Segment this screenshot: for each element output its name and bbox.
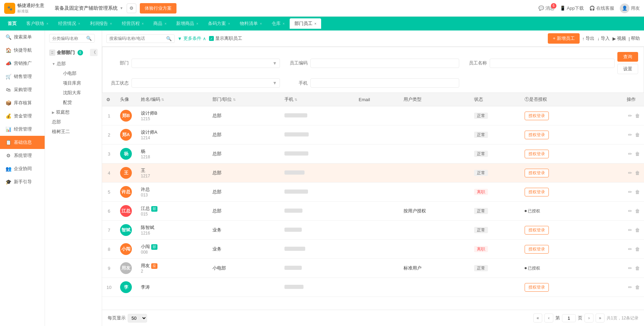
close-icon[interactable]: × — [78, 22, 80, 26]
sidebar-item-basic[interactable]: 📋 基础信息 — [0, 136, 45, 149]
th-name[interactable]: 姓名/编码 ⇅ — [137, 93, 208, 106]
edit-icon[interactable]: ✏ — [628, 265, 632, 271]
sidebar-item-guide[interactable]: 🎓 新手引导 — [0, 175, 45, 188]
edit-icon[interactable]: ✏ — [628, 189, 632, 195]
sidebar-item-sales[interactable]: 🛒 销售管理 — [0, 70, 45, 83]
show-resigned-checkbox[interactable]: ✓ 显示离职员工 — [209, 35, 242, 42]
tab-department[interactable]: 部门员工 × — [290, 18, 321, 29]
page-input[interactable] — [562, 314, 576, 322]
system-dropdown-icon[interactable]: ▼ — [120, 6, 123, 10]
tab-operation[interactable]: 经营情况 × — [53, 18, 85, 29]
dept-leaf-peihe[interactable]: 配货 — [55, 98, 102, 107]
help-button[interactable]: | 帮助 — [629, 35, 640, 42]
dept-leaf-xiaodian[interactable]: 小电部 — [55, 69, 102, 78]
delete-icon[interactable]: 🗑 — [635, 113, 640, 118]
dept-group-header-st[interactable]: ▶ 双庭想 — [49, 107, 102, 117]
search-input[interactable] — [109, 36, 165, 41]
delete-icon[interactable]: 🗑 — [635, 189, 640, 195]
tab-customer[interactable]: 客户联络 × — [21, 18, 53, 29]
delete-icon[interactable]: 🗑 — [635, 132, 640, 138]
delete-icon[interactable]: 🗑 — [635, 284, 640, 290]
delete-icon[interactable]: 🗑 — [635, 246, 640, 252]
auth-login-button[interactable]: 授权登录 — [525, 169, 549, 177]
edit-icon[interactable]: ✏ — [628, 113, 632, 118]
add-employee-button[interactable]: + 新增员工 — [548, 33, 579, 44]
sidebar-item-marketing[interactable]: 📣 营销推广 — [0, 57, 45, 70]
gear-button[interactable]: ⚙ — [127, 3, 136, 13]
name-filter-input[interactable] — [490, 59, 615, 68]
delete-icon[interactable]: 🗑 — [635, 227, 640, 233]
th-dept[interactable]: 部门/职位 ⇅ — [208, 93, 280, 106]
dept-collapse-button[interactable]: 《 — [90, 49, 98, 56]
delete-icon[interactable]: 🗑 — [635, 170, 640, 176]
sidebar-item-purchase[interactable]: 🛍 采购管理 — [0, 83, 45, 96]
tab-home[interactable]: 首页 — [3, 18, 21, 29]
dept-group-header-hq[interactable]: ▼ 总部 — [49, 59, 102, 69]
more-conditions-button[interactable]: ▼ 更多条件 ∧ — [178, 35, 206, 42]
close-icon[interactable]: × — [283, 22, 285, 26]
edit-icon[interactable]: ✏ — [628, 208, 632, 214]
tab-process[interactable]: 经营历程 × — [117, 18, 149, 29]
trial-button[interactable]: 体验行业方案 — [140, 3, 176, 14]
sidebar-item-collab[interactable]: 👥 企业协同 — [0, 162, 45, 175]
auth-login-button[interactable]: 授权登录 — [525, 112, 549, 120]
dept-group-header-zs[interactable]: 植树王二 — [49, 127, 102, 136]
status-filter-select[interactable]: ▼ — [131, 78, 280, 88]
dept-all-button[interactable]: :: 全部部门 6 《 — [45, 46, 102, 59]
close-icon[interactable]: × — [46, 22, 48, 26]
page-size-select[interactable]: 50 100 200 — [128, 314, 147, 323]
tab-add-goods[interactable]: 新增商品 × — [171, 18, 203, 29]
auth-login-button[interactable]: 授权登录 — [525, 150, 549, 158]
app-download-button[interactable]: 📱 App下载 — [560, 5, 584, 11]
sidebar-item-inventory[interactable]: 📦 库存核算 — [0, 96, 45, 109]
message-button[interactable]: 💬 消息 6 — [538, 5, 554, 11]
sidebar-item-search[interactable]: 🔍 搜索菜单 — [0, 30, 45, 44]
edit-icon[interactable]: ✏ — [628, 246, 632, 252]
dept-search-box[interactable]: 🔍 — [49, 34, 95, 43]
dept-filter-select[interactable]: ▼ — [131, 59, 280, 68]
auth-login-button[interactable]: 授权登录 — [525, 226, 549, 235]
edit-icon[interactable]: ✏ — [628, 284, 632, 290]
edit-icon[interactable]: ✏ — [628, 151, 632, 157]
edit-icon[interactable]: ✏ — [628, 170, 632, 176]
code-filter-input[interactable] — [310, 59, 459, 68]
tab-goods[interactable]: 商品 × — [148, 18, 171, 29]
first-page-button[interactable]: « — [533, 314, 542, 323]
close-icon[interactable]: × — [110, 22, 112, 26]
sidebar-item-business[interactable]: 📊 经营管理 — [0, 123, 45, 136]
tab-bom[interactable]: 物料清单 × — [235, 18, 267, 29]
edit-icon[interactable]: ✏ — [628, 132, 632, 138]
tab-warehouse[interactable]: 仓库 × — [267, 18, 290, 29]
close-icon[interactable]: × — [315, 22, 317, 26]
close-icon[interactable]: × — [196, 22, 198, 26]
tab-barcode[interactable]: 条码方案 × — [203, 18, 235, 29]
view-button[interactable]: ▶ 视频 — [613, 35, 626, 42]
delete-icon[interactable]: 🗑 — [635, 265, 640, 271]
close-icon[interactable]: × — [142, 22, 144, 26]
user-area[interactable]: 👤 用友 — [620, 3, 640, 13]
sidebar-item-finance[interactable]: 💰 资金管理 — [0, 109, 45, 123]
export-button[interactable]: ↑ 导出 — [582, 35, 595, 42]
search-box[interactable]: 🔍 — [106, 34, 175, 43]
close-icon[interactable]: × — [228, 22, 230, 26]
auth-login-button[interactable]: 授权登录 — [525, 283, 549, 292]
edit-icon[interactable]: ✏ — [628, 227, 632, 233]
dept-leaf-shenyang[interactable]: 沈阳大库 — [55, 88, 102, 98]
auth-login-button[interactable]: 授权登录 — [525, 131, 549, 139]
last-page-button[interactable]: » — [596, 314, 605, 323]
query-button[interactable]: 查询 — [617, 52, 638, 62]
next-page-button[interactable]: › — [584, 314, 593, 323]
set-button[interactable]: 设置 — [617, 64, 638, 74]
sidebar-item-system[interactable]: ⚙ 系统管理 — [0, 149, 45, 162]
close-icon[interactable]: × — [260, 22, 262, 26]
auth-login-button[interactable]: 授权登录 — [525, 245, 549, 254]
auth-login-button[interactable]: 授权登录 — [525, 188, 549, 196]
dept-leaf-project[interactable]: 项目库房 — [55, 78, 102, 88]
delete-icon[interactable]: 🗑 — [635, 208, 640, 214]
dept-group-header-zb[interactable]: 总部 — [49, 117, 102, 127]
prev-page-button[interactable]: ‹ — [544, 314, 553, 323]
th-phone[interactable]: 手机 ⇅ — [280, 93, 355, 106]
delete-icon[interactable]: 🗑 — [635, 151, 640, 157]
th-settings[interactable]: ⚙ — [102, 93, 116, 106]
tab-profit[interactable]: 利润报告 × — [85, 18, 117, 29]
